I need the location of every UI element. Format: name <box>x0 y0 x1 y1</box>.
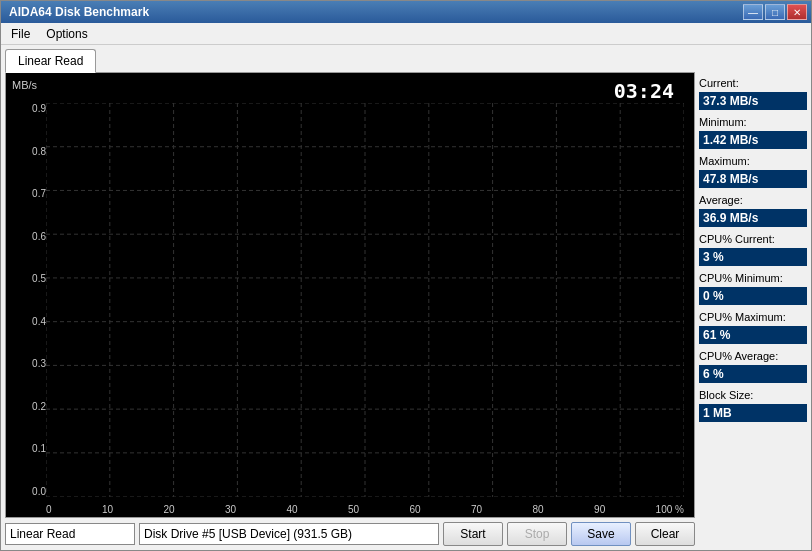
title-bar: AIDA64 Disk Benchmark — □ ✕ <box>1 1 811 23</box>
cpu-average-value: 6 % <box>699 365 807 383</box>
block-size-label: Block Size: <box>699 389 807 401</box>
minimum-value: 1.42 MB/s <box>699 131 807 149</box>
left-panel: Linear Read MB/s 03:24 0.9 0.8 0.7 0.6 0… <box>5 49 695 546</box>
minimum-label: Minimum: <box>699 116 807 128</box>
stop-button[interactable]: Stop <box>507 522 567 546</box>
menu-bar: File Options <box>1 23 811 45</box>
block-size-value: 1 MB <box>699 404 807 422</box>
test-type-wrapper: Linear Read <box>5 523 135 545</box>
x-label-90: 90 <box>594 504 605 515</box>
average-label: Average: <box>699 194 807 206</box>
window-title: AIDA64 Disk Benchmark <box>5 5 149 19</box>
maximum-value: 47.8 MB/s <box>699 170 807 188</box>
right-panel: Current: 37.3 MB/s Minimum: 1.42 MB/s Ma… <box>699 49 807 546</box>
x-label-100: 100 % <box>656 504 684 515</box>
x-label-20: 20 <box>163 504 174 515</box>
cpu-maximum-value: 61 % <box>699 326 807 344</box>
current-value: 37.3 MB/s <box>699 92 807 110</box>
x-label-60: 60 <box>410 504 421 515</box>
cpu-average-label: CPU% Average: <box>699 350 807 362</box>
close-button[interactable]: ✕ <box>787 4 807 20</box>
grid-svg <box>46 103 684 497</box>
cpu-maximum-label: CPU% Maximum: <box>699 311 807 323</box>
current-label: Current: <box>699 77 807 89</box>
chart-container: MB/s 03:24 0.9 0.8 0.7 0.6 0.5 0.4 0.3 0… <box>5 72 695 518</box>
content-area: Linear Read MB/s 03:24 0.9 0.8 0.7 0.6 0… <box>1 45 811 550</box>
chart-y-label: MB/s <box>12 79 37 91</box>
cpu-minimum-value: 0 % <box>699 287 807 305</box>
y-label-3: 0.6 <box>32 231 46 242</box>
main-window: AIDA64 Disk Benchmark — □ ✕ File Options… <box>0 0 812 551</box>
y-label-2: 0.7 <box>32 188 46 199</box>
x-label-30: 30 <box>225 504 236 515</box>
y-label-4: 0.5 <box>32 273 46 284</box>
save-button[interactable]: Save <box>571 522 631 546</box>
y-label-8: 0.1 <box>32 443 46 454</box>
tab-linear-read[interactable]: Linear Read <box>5 49 96 73</box>
y-axis-labels: 0.9 0.8 0.7 0.6 0.5 0.4 0.3 0.2 0.1 0.0 <box>8 103 46 497</box>
cpu-minimum-label: CPU% Minimum: <box>699 272 807 284</box>
x-label-80: 80 <box>533 504 544 515</box>
y-label-5: 0.4 <box>32 316 46 327</box>
minimize-button[interactable]: — <box>743 4 763 20</box>
test-type-dropdown[interactable]: Linear Read <box>5 523 135 545</box>
tab-bar: Linear Read <box>5 49 695 72</box>
drive-wrapper: Disk Drive #5 [USB Device] (931.5 GB) <box>139 523 439 545</box>
maximize-button[interactable]: □ <box>765 4 785 20</box>
y-label-7: 0.2 <box>32 401 46 412</box>
x-label-50: 50 <box>348 504 359 515</box>
cpu-current-label: CPU% Current: <box>699 233 807 245</box>
y-label-1: 0.8 <box>32 146 46 157</box>
bottom-controls: Linear Read Disk Drive #5 [USB Device] (… <box>5 518 695 546</box>
maximum-label: Maximum: <box>699 155 807 167</box>
drive-dropdown[interactable]: Disk Drive #5 [USB Device] (931.5 GB) <box>139 523 439 545</box>
chart-time: 03:24 <box>614 79 674 103</box>
x-label-40: 40 <box>287 504 298 515</box>
cpu-current-value: 3 % <box>699 248 807 266</box>
y-label-9: 0.0 <box>32 486 46 497</box>
x-axis-labels: 0 10 20 30 40 50 60 70 80 90 100 % <box>46 504 684 515</box>
average-value: 36.9 MB/s <box>699 209 807 227</box>
x-label-0: 0 <box>46 504 52 515</box>
menu-options[interactable]: Options <box>38 25 95 43</box>
y-label-6: 0.3 <box>32 358 46 369</box>
start-button[interactable]: Start <box>443 522 503 546</box>
x-label-70: 70 <box>471 504 482 515</box>
menu-file[interactable]: File <box>3 25 38 43</box>
y-label-0: 0.9 <box>32 103 46 114</box>
grid-area <box>46 103 684 497</box>
clear-button[interactable]: Clear <box>635 522 695 546</box>
title-bar-controls: — □ ✕ <box>743 4 807 20</box>
x-label-10: 10 <box>102 504 113 515</box>
